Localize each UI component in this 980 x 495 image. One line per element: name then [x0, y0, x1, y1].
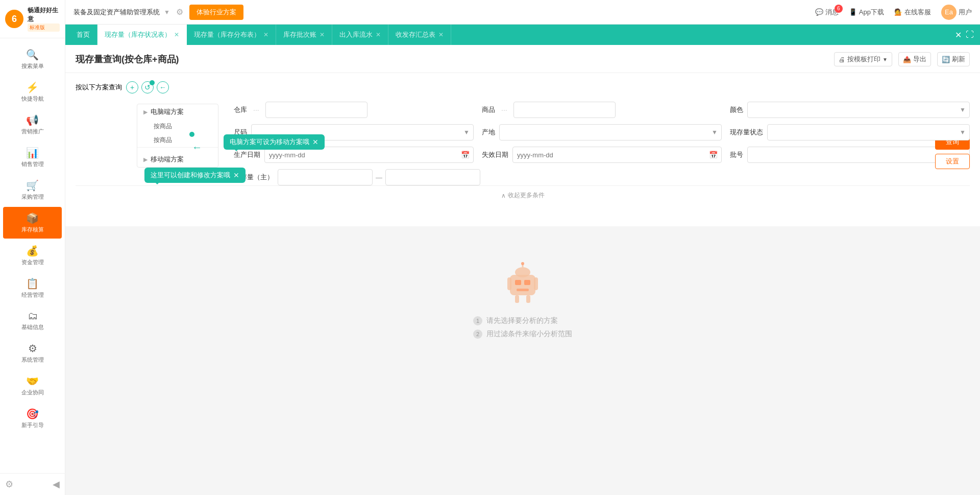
tab-receivables-close[interactable]: ✕ [438, 31, 444, 38]
sidebar-item-inventory[interactable]: 📦 库存核算 [3, 207, 62, 239]
notification-badge: 6 [835, 5, 843, 13]
exp-date-field: 失效日期 📅 [482, 147, 722, 163]
tab-home[interactable]: 首页 [69, 25, 97, 45]
app-download-label: App下载 [859, 8, 884, 17]
topbar: 装备及固定资产辅助管理系统 ▼ ⚙ 体验行业方案 💬 消息 6 📱 App下载 … [65, 0, 980, 25]
reset-btn[interactable]: 设置 [935, 154, 970, 169]
collapse-bar[interactable]: ∧ 收起更多条件 [76, 185, 970, 205]
prod-date-calendar-icon[interactable]: 📅 [461, 151, 470, 159]
stock-qty-min-input[interactable] [278, 169, 373, 185]
warehouse-dots: ··· [251, 106, 261, 114]
exp-date-input[interactable] [512, 147, 722, 163]
guide-nav-icon: 🎯 [26, 408, 39, 420]
back-scheme-btn[interactable]: ← [157, 81, 169, 93]
user-item[interactable]: Ea 用户 [941, 5, 972, 20]
goods-input[interactable] [513, 102, 616, 118]
empty-hint-2-label: 用过滤条件来缩小分析范围 [486, 329, 572, 339]
sidebar-item-enterprise[interactable]: 🤝 企业协同 [3, 370, 62, 402]
sidebar-item-search[interactable]: 🔍 搜索菜单 [3, 43, 62, 75]
desktop-scheme-item[interactable]: ▶ 电脑端方案 [137, 104, 218, 120]
scheme-sub-item-2[interactable]: 按商品 [150, 133, 218, 147]
tabs-fullscreen-icon[interactable]: ⛶ [966, 30, 974, 39]
sidebar-item-search-label: 搜索菜单 [21, 62, 44, 70]
tab-inout-flow-close[interactable]: ✕ [376, 31, 381, 38]
tab-inventory-status[interactable]: 现存量（库存状况表） ✕ [97, 25, 187, 45]
settings-bottom-icon[interactable]: ⚙ [5, 479, 13, 490]
tooltip1-close[interactable]: ✕ [312, 138, 318, 146]
refresh-scheme-btn[interactable]: ↺ [141, 81, 154, 93]
sidebar-item-quick[interactable]: ⚡ 快捷导航 [3, 76, 62, 108]
empty-illustration [497, 257, 548, 308]
inventory-nav-icon: 📦 [26, 212, 39, 224]
notification-item[interactable]: 💬 消息 6 [815, 8, 839, 17]
empty-state: 1 请先选择要分析的方案 2 用过滤条件来缩小分析范围 [65, 226, 980, 369]
highlight-dot [150, 80, 155, 85]
export-btn[interactable]: 📤 导出 [898, 52, 931, 66]
sidebar-nav: 🔍 搜索菜单 ⚡ 快捷导航 📢 营销推广 📊 销售管理 🛒 采购管理 📦 库存核… [0, 38, 65, 473]
tab-inout-flow[interactable]: 出入库流水 ✕ [332, 25, 388, 45]
origin-select-wrapper: ▼ [499, 124, 722, 140]
tab-inventory-status-close[interactable]: ✕ [174, 31, 179, 38]
marketing-nav-icon: 📢 [26, 114, 39, 126]
topbar-gear-icon[interactable]: ⚙ [176, 7, 183, 17]
stock-status-select[interactable] [767, 124, 970, 140]
support-item[interactable]: 💁 在线客服 [894, 8, 931, 17]
sidebar-item-guide[interactable]: 🎯 新手引导 [3, 403, 62, 434]
system-nav-icon: ⚙ [28, 342, 37, 355]
print-dropdown-arrow: ▼ [883, 57, 888, 62]
stock-qty-max-input[interactable] [385, 169, 480, 185]
exp-date-calendar-icon[interactable]: 📅 [709, 151, 718, 159]
logo-badge: 标准版 [28, 23, 60, 32]
tab-inventory-dist[interactable]: 现存量（库存分布表） ✕ [187, 25, 276, 45]
stock-qty-range: — [278, 169, 480, 185]
sidebar-item-marketing[interactable]: 📢 营销推广 [3, 109, 62, 140]
tooltip2-close[interactable]: ✕ [233, 171, 239, 179]
warehouse-input[interactable] [265, 102, 368, 118]
trial-btn[interactable]: 体验行业方案 [189, 5, 243, 20]
color-label: 颜色 [730, 105, 743, 114]
tab-batch-account[interactable]: 库存批次账 ✕ [276, 25, 332, 45]
sidebar-item-quick-label: 快捷导航 [21, 95, 44, 103]
sidebar-item-sales[interactable]: 📊 销售管理 [3, 142, 62, 173]
sidebar-item-system[interactable]: ⚙ 系统管理 [3, 337, 62, 369]
exp-date-label: 失效日期 [482, 150, 508, 159]
color-select[interactable] [747, 102, 970, 118]
sidebar-item-purchase-label: 采购管理 [21, 193, 44, 201]
arrow-indicator: ← [192, 142, 202, 153]
mobile-scheme-expand-arrow: ▶ [143, 156, 148, 163]
tab-batch-account-label: 库存批次账 [283, 30, 316, 39]
refresh-btn[interactable]: 🔄 刷新 [937, 52, 970, 66]
sidebar: 6 畅通好好生意 标准版 🔍 搜索菜单 ⚡ 快捷导航 📢 营销推广 📊 销售管理… [0, 0, 65, 495]
tab-home-label: 首页 [77, 30, 90, 39]
exp-date-wrapper: 📅 [512, 147, 722, 163]
tabs-close-all-icon[interactable]: ✕ [955, 30, 962, 40]
sidebar-item-basic[interactable]: 🗂 基础信息 [3, 305, 62, 336]
topbar-right: 💬 消息 6 📱 App下载 💁 在线客服 Ea 用户 [815, 5, 972, 20]
add-scheme-btn[interactable]: + [126, 81, 138, 93]
collapse-sidebar-icon[interactable]: ◀ [53, 479, 60, 490]
goods-dots: ··· [499, 106, 509, 114]
topbar-system: 装备及固定资产辅助管理系统 ▼ [74, 8, 170, 17]
svg-rect-4 [507, 277, 511, 290]
tab-inout-flow-label: 出入库流水 [339, 30, 373, 39]
refresh-icon: 🔄 [942, 56, 950, 63]
mobile-scheme-item[interactable]: ▶ 移动端方案 [137, 152, 218, 167]
print-template-btn[interactable]: 🖨 按模板打印 ▼ [834, 52, 892, 66]
goods-label: 商品 [482, 105, 495, 114]
origin-label: 产地 [482, 128, 495, 137]
search-nav-icon: 🔍 [26, 49, 39, 61]
filter-label: 按以下方案查询 [76, 83, 122, 92]
tab-inventory-dist-close[interactable]: ✕ [263, 31, 268, 38]
origin-select[interactable] [499, 124, 722, 140]
scheme-sub-item-1[interactable]: 按商品 [150, 120, 218, 133]
sidebar-item-operations[interactable]: 📋 经营管理 [3, 272, 62, 304]
refresh-circle-icon: ↺ [144, 83, 151, 91]
main-area: 装备及固定资产辅助管理系统 ▼ ⚙ 体验行业方案 💬 消息 6 📱 App下载 … [65, 0, 980, 495]
tab-batch-account-close[interactable]: ✕ [320, 31, 325, 38]
sidebar-item-purchase[interactable]: 🛒 采购管理 [3, 174, 62, 206]
tab-receivables-label: 收发存汇总表 [396, 30, 435, 39]
empty-num-2: 2 [473, 329, 482, 339]
app-download-item[interactable]: 📱 App下载 [849, 8, 884, 17]
tab-receivables[interactable]: 收发存汇总表 ✕ [388, 25, 451, 45]
sidebar-item-finance[interactable]: 💰 资金管理 [3, 240, 62, 271]
